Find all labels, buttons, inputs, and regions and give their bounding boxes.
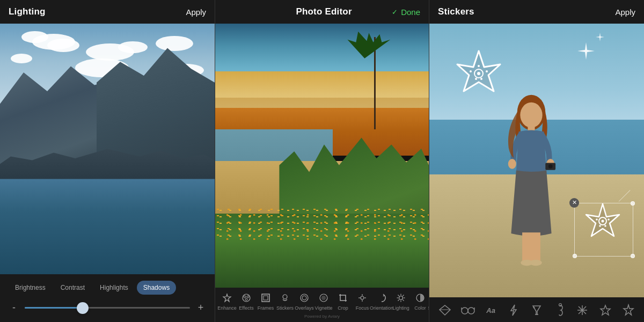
svg-rect-35	[531, 232, 540, 262]
svg-marker-71	[601, 305, 610, 315]
svg-point-1	[244, 296, 246, 298]
slider-track[interactable]	[25, 307, 190, 309]
svg-rect-4	[262, 294, 269, 302]
svg-point-46	[478, 65, 480, 67]
svg-line-56	[445, 305, 450, 310]
sticker-sparkle[interactable]	[575, 40, 597, 62]
tool-lighting[interactable]: Lighting	[391, 292, 411, 311]
tool-overlays[interactable]: Overlays	[295, 292, 314, 311]
sticker-icon-snowflake[interactable]	[574, 302, 591, 319]
sticker-icon-star[interactable]	[597, 302, 614, 319]
sticker-icon-glasses[interactable]	[459, 302, 477, 319]
slider-fill	[25, 307, 83, 309]
slider-minus: -	[9, 302, 19, 313]
tool-orientation[interactable]: Orientation	[372, 292, 391, 311]
tool-effects[interactable]: Effects	[237, 292, 256, 311]
svg-point-43	[486, 70, 488, 72]
svg-point-16	[399, 296, 403, 300]
overlays-label: Overlays	[295, 305, 314, 311]
stickers-title: Stickers	[438, 6, 474, 17]
sticker-icon-seahorse[interactable]	[551, 302, 568, 319]
sticker-small-sparkle	[595, 32, 605, 42]
stickers-panel: Stickers Apply	[429, 0, 644, 322]
cloud-5	[118, 41, 148, 53]
sticker-close-button[interactable]: ✕	[569, 198, 579, 208]
svg-line-22	[403, 300, 404, 301]
beach-woman-scene: ✕	[429, 24, 644, 297]
sticker-icon-diamond[interactable]	[436, 302, 453, 319]
handle-tr[interactable]	[631, 201, 635, 206]
photo-editor-panel: Photo Editor ✓ Done Enhance	[215, 0, 429, 322]
stickers-icon	[279, 292, 291, 304]
stickers-label: Stickers	[276, 305, 294, 311]
tab-contrast[interactable]: Contrast	[54, 281, 91, 295]
slider-thumb[interactable]	[77, 302, 89, 314]
enhance-label: Enhance	[217, 305, 237, 311]
beach-scene	[215, 24, 429, 288]
svg-point-8	[302, 296, 306, 300]
tab-brightness[interactable]: Brightness	[9, 281, 52, 295]
tool-stickers[interactable]: Stickers	[275, 292, 295, 311]
focus-label: Focus	[356, 305, 369, 311]
tool-focus[interactable]: Focus	[353, 292, 372, 311]
cloud-2	[21, 31, 48, 43]
cloud-3	[47, 39, 79, 52]
svg-point-52	[604, 225, 606, 227]
sticker-icon-lightning[interactable]	[505, 302, 522, 319]
lighting-tabs: Brightness Contrast Highlights Shadows	[9, 281, 206, 295]
cloud-7	[11, 54, 32, 63]
tool-vignette[interactable]: Vignette	[314, 292, 333, 311]
sticker-icon-starfish[interactable]	[620, 302, 637, 319]
stickers-header: Stickers Apply	[429, 0, 644, 24]
fjord-water	[0, 169, 215, 274]
fjord-scene	[0, 24, 215, 274]
color-icon	[414, 292, 426, 304]
tool-enhance[interactable]: Enhance	[217, 292, 237, 311]
color-label: Color	[414, 305, 426, 311]
crop-icon	[337, 292, 349, 304]
editor-toolbar: Enhance Effects Frames Sti	[215, 288, 429, 322]
lighting-apply-button[interactable]: Apply	[186, 8, 206, 17]
sticker-toolbar: Aa	[429, 297, 644, 322]
tab-highlights[interactable]: Highlights	[93, 281, 135, 295]
toolbar-icons: Enhance Effects Frames Sti	[215, 292, 429, 311]
focus-icon	[356, 292, 368, 304]
lighting-tool-label: Lighting	[392, 305, 409, 311]
lighting-photo	[0, 24, 215, 274]
effects-icon	[240, 292, 252, 304]
svg-point-39	[548, 164, 553, 169]
svg-point-50	[608, 218, 610, 221]
lighting-header: Lighting Apply	[0, 0, 215, 24]
sticker-icon-text[interactable]: Aa	[482, 302, 500, 319]
svg-point-65	[533, 307, 535, 309]
checkmark-icon: ✓	[392, 8, 398, 16]
tool-color[interactable]: Color	[411, 292, 429, 311]
editor-done-button[interactable]: ✓ Done	[392, 8, 420, 17]
handle-bl[interactable]	[573, 254, 577, 258]
handle-br[interactable]	[631, 254, 635, 258]
svg-point-32	[508, 159, 516, 169]
tool-frames[interactable]: Frames	[256, 292, 275, 311]
svg-point-37	[530, 259, 542, 265]
tab-shadows[interactable]: Shadows	[137, 281, 176, 295]
sticker-icon-cocktail[interactable]	[528, 302, 545, 319]
frames-icon	[260, 292, 272, 304]
aviary-credit: Powered by Aviary	[215, 313, 429, 320]
svg-point-11	[361, 296, 364, 299]
stickers-photo[interactable]: ✕	[429, 24, 644, 297]
svg-rect-34	[522, 232, 531, 262]
stickers-apply-button[interactable]: Apply	[615, 8, 635, 17]
tool-crop[interactable]: Crop	[333, 292, 353, 311]
lighting-controls: Brightness Contrast Highlights Shadows -…	[0, 274, 215, 322]
svg-point-42	[470, 70, 472, 72]
sticker-icons: Aa	[429, 302, 644, 319]
svg-rect-5	[264, 296, 268, 300]
lighting-title: Lighting	[9, 6, 46, 17]
slider-row: - +	[9, 302, 206, 313]
sticker-starfish-small[interactable]	[579, 200, 627, 243]
lighting-icon	[395, 292, 407, 304]
sticker-starfish-large[interactable]	[447, 46, 511, 99]
svg-point-7	[301, 294, 308, 302]
svg-point-44	[475, 78, 477, 80]
orientation-label: Orientation	[370, 305, 393, 311]
